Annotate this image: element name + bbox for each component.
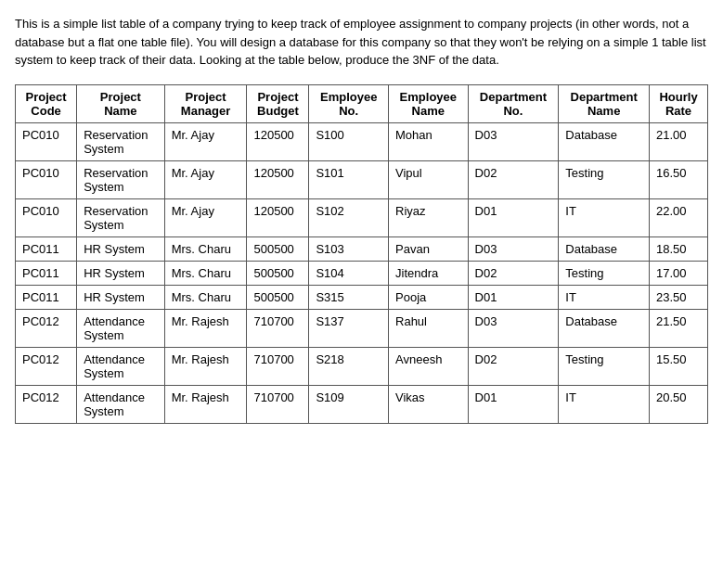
table-cell: Mohan <box>389 122 469 160</box>
table-cell: 21.50 <box>650 309 708 347</box>
col-header-employee-name: EmployeeName <box>389 84 469 122</box>
table-cell: 500500 <box>247 261 309 285</box>
col-header-project-manager: ProjectManager <box>164 84 247 122</box>
table-cell: S315 <box>309 285 389 309</box>
table-cell: HR System <box>77 285 165 309</box>
table-cell: D01 <box>468 198 559 236</box>
table-cell: Avneesh <box>389 347 469 385</box>
table-cell: Testing <box>559 160 650 198</box>
table-header-row: ProjectCode ProjectName ProjectManager P… <box>16 84 708 122</box>
table-cell: 120500 <box>247 160 309 198</box>
table-cell: PC012 <box>16 309 77 347</box>
table-cell: Database <box>559 236 650 261</box>
table-cell: Jitendra <box>389 261 469 285</box>
table-row: PC010ReservationSystemMr. Ajay120500S102… <box>16 198 708 236</box>
table-cell: 20.50 <box>650 385 708 423</box>
table-cell: 22.00 <box>650 198 708 236</box>
table-cell: PC010 <box>16 198 77 236</box>
table-cell: 500500 <box>247 285 309 309</box>
table-cell: Mr. Ajay <box>164 160 247 198</box>
table-cell: PC011 <box>16 285 77 309</box>
table-cell: D03 <box>468 309 559 347</box>
table-row: PC012AttendanceSystemMr. Rajesh710700S10… <box>16 385 708 423</box>
table-cell: S101 <box>309 160 389 198</box>
table-cell: D01 <box>468 385 559 423</box>
table-cell: Mrs. Charu <box>164 285 247 309</box>
table-cell: Vipul <box>389 160 469 198</box>
table-cell: PC011 <box>16 236 77 261</box>
table-cell: 120500 <box>247 198 309 236</box>
table-cell: ReservationSystem <box>77 198 165 236</box>
table-cell: S100 <box>309 122 389 160</box>
table-cell: AttendanceSystem <box>77 309 165 347</box>
table-cell: Testing <box>559 261 650 285</box>
table-cell: Mr. Rajesh <box>164 347 247 385</box>
table-cell: Mrs. Charu <box>164 236 247 261</box>
table-cell: Database <box>559 309 650 347</box>
table-cell: Mr. Ajay <box>164 198 247 236</box>
col-header-project-name: ProjectName <box>77 84 165 122</box>
table-cell: Testing <box>559 347 650 385</box>
table-cell: S104 <box>309 261 389 285</box>
col-header-project-budget: ProjectBudget <box>247 84 309 122</box>
table-cell: S218 <box>309 347 389 385</box>
table-cell: 710700 <box>247 347 309 385</box>
table-cell: AttendanceSystem <box>77 385 165 423</box>
table-cell: Mr. Ajay <box>164 122 247 160</box>
table-cell: 15.50 <box>650 347 708 385</box>
table-cell: S102 <box>309 198 389 236</box>
table-cell: 710700 <box>247 385 309 423</box>
table-cell: 16.50 <box>650 160 708 198</box>
table-cell: 17.00 <box>650 261 708 285</box>
table-row: PC011HR SystemMrs. Charu500500S315PoojaD… <box>16 285 708 309</box>
table-cell: Pavan <box>389 236 469 261</box>
table-cell: Mr. Rajesh <box>164 309 247 347</box>
table-cell: IT <box>559 385 650 423</box>
table-cell: ReservationSystem <box>77 122 165 160</box>
table-cell: 23.50 <box>650 285 708 309</box>
table-cell: ReservationSystem <box>77 160 165 198</box>
table-row: PC011HR SystemMrs. Charu500500S104Jitend… <box>16 261 708 285</box>
table-cell: AttendanceSystem <box>77 347 165 385</box>
col-header-employee-no: EmployeeNo. <box>309 84 389 122</box>
table-cell: 710700 <box>247 309 309 347</box>
table-cell: Mrs. Charu <box>164 261 247 285</box>
table-cell: Riyaz <box>389 198 469 236</box>
table-row: PC010ReservationSystemMr. Ajay120500S100… <box>16 122 708 160</box>
table-cell: 21.00 <box>650 122 708 160</box>
table-cell: PC012 <box>16 385 77 423</box>
table-cell: PC010 <box>16 160 77 198</box>
table-cell: PC010 <box>16 122 77 160</box>
table-cell: 500500 <box>247 236 309 261</box>
table-cell: S103 <box>309 236 389 261</box>
table-cell: S109 <box>309 385 389 423</box>
table-cell: 120500 <box>247 122 309 160</box>
table-cell: Rahul <box>389 309 469 347</box>
table-cell: IT <box>559 198 650 236</box>
table-row: PC011HR SystemMrs. Charu500500S103PavanD… <box>16 236 708 261</box>
col-header-project-code: ProjectCode <box>16 84 77 122</box>
col-header-hourly-rate: HourlyRate <box>650 84 708 122</box>
table-cell: HR System <box>77 236 165 261</box>
table-cell: D03 <box>468 122 559 160</box>
table-cell: D03 <box>468 236 559 261</box>
table-row: PC012AttendanceSystemMr. Rajesh710700S13… <box>16 309 708 347</box>
table-cell: D02 <box>468 261 559 285</box>
table-cell: D02 <box>468 160 559 198</box>
table-cell: D01 <box>468 285 559 309</box>
table-row: PC010ReservationSystemMr. Ajay120500S101… <box>16 160 708 198</box>
table-cell: HR System <box>77 261 165 285</box>
table-cell: Pooja <box>389 285 469 309</box>
col-header-department-name: DepartmentName <box>559 84 650 122</box>
table-cell: D02 <box>468 347 559 385</box>
table-cell: PC011 <box>16 261 77 285</box>
table-cell: 18.50 <box>650 236 708 261</box>
table-cell: PC012 <box>16 347 77 385</box>
table-cell: Vikas <box>389 385 469 423</box>
table-cell: S137 <box>309 309 389 347</box>
description-text: This is a simple list table of a company… <box>15 15 708 70</box>
table-cell: Mr. Rajesh <box>164 385 247 423</box>
table-cell: IT <box>559 285 650 309</box>
data-table: ProjectCode ProjectName ProjectManager P… <box>15 84 708 424</box>
col-header-department-no: DepartmentNo. <box>468 84 559 122</box>
